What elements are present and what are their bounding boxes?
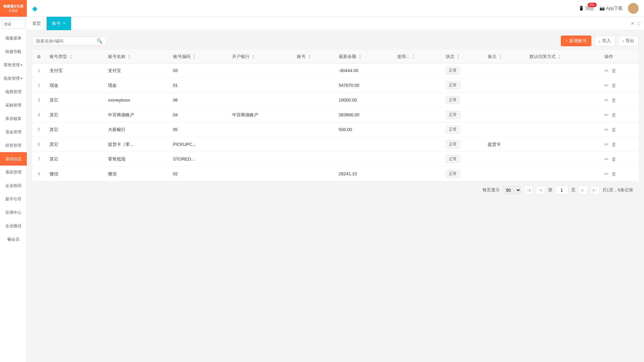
total-info: 共1页，8条记录 xyxy=(602,187,633,193)
edit-icon[interactable]: ✏ xyxy=(604,127,609,133)
col-account-no[interactable]: 账号 ▲▼ xyxy=(293,50,335,63)
table-cell: 正常 xyxy=(442,63,484,78)
delete-icon[interactable]: 🗑 xyxy=(611,171,616,177)
table-cell xyxy=(393,93,442,108)
col-account-name[interactable]: 账号名称 ▲▼ xyxy=(104,50,169,63)
row-number: 1 xyxy=(32,63,46,78)
app-download-button[interactable]: 📷 App下载 xyxy=(599,5,623,11)
logo-sub: 乐惠版 xyxy=(9,9,18,13)
notification-button[interactable]: 📱 消息 99+ xyxy=(579,5,594,11)
table-cell: ✏🗑 xyxy=(600,137,639,152)
sidebar-item-9[interactable]: 基础信息 xyxy=(0,152,27,166)
sidebar-item-7[interactable]: 资金管理 xyxy=(0,125,27,139)
delete-icon[interactable]: 🗑 xyxy=(611,68,616,73)
table-cell: 其它 xyxy=(46,108,104,122)
table-cell xyxy=(484,93,526,108)
toolbar: 🔍 + 新增账号 ↓ 导入 ↑ 导出 xyxy=(32,36,639,46)
action-icons: ✏🗑 xyxy=(604,156,635,162)
action-icons: ✏🗑 xyxy=(604,82,635,88)
tab-close-icon[interactable]: ✕ xyxy=(631,21,635,26)
table-cell xyxy=(393,108,442,122)
delete-icon[interactable]: 🗑 xyxy=(611,97,616,103)
sidebar-item-5[interactable]: 采购管理 xyxy=(0,99,27,112)
search-input[interactable] xyxy=(36,39,95,44)
edit-icon[interactable]: ✏ xyxy=(604,156,609,162)
export-button[interactable]: ↑ 导出 xyxy=(618,36,639,46)
tab-home[interactable]: 首页 xyxy=(27,17,47,30)
table-cell xyxy=(293,152,335,167)
col-account-type[interactable]: 账号类型 ▲▼ xyxy=(46,50,104,63)
tab-maximize-icon[interactable]: □ xyxy=(637,21,640,26)
table-cell xyxy=(293,108,335,122)
sidebar-item-1[interactable]: 快捷导航 xyxy=(0,45,27,58)
col-usage[interactable]: 使用... ▲▼ xyxy=(393,50,442,63)
header-logo-icon: ◆ xyxy=(32,4,37,12)
tab-account-close[interactable]: ✕ xyxy=(63,21,66,25)
import-button[interactable]: ↓ 导入 xyxy=(594,36,615,46)
sidebar-item-2[interactable]: 零售管理▼ xyxy=(0,58,27,72)
sidebar-item-6[interactable]: 库存核算 xyxy=(0,112,27,125)
sidebar-item-13[interactable]: 应用中心 xyxy=(0,206,27,219)
edit-icon[interactable]: ✏ xyxy=(604,112,609,118)
search-box[interactable]: 🔍 xyxy=(32,37,106,45)
page-size-select[interactable]: 50 20 100 xyxy=(502,186,521,194)
last-page-button[interactable]: ▶| xyxy=(590,185,600,195)
page-number-input[interactable] xyxy=(555,185,569,195)
row-number: 5 xyxy=(32,122,46,137)
table-cell xyxy=(526,108,600,122)
prev-page-button[interactable]: ◀ xyxy=(536,185,545,195)
table-cell: 支付宝 xyxy=(46,63,104,78)
table-cell: 正常 xyxy=(442,152,484,167)
sidebar-item-15[interactable]: 畅会员 xyxy=(0,233,27,246)
tab-account[interactable]: 账号 ✕ xyxy=(47,17,71,30)
sidebar-item-0[interactable]: 搜索菜单 xyxy=(0,32,27,45)
content-area: 🔍 + 新增账号 ↓ 导入 ↑ 导出 xyxy=(27,30,644,362)
table-row: 1支付宝支付宝03-90444.00正常✏🗑 xyxy=(32,63,639,78)
next-page-button[interactable]: ▶ xyxy=(578,185,588,195)
table-cell: PICKUPC... xyxy=(169,137,228,152)
table-cell xyxy=(526,78,600,93)
tab-controls: ✕ □ xyxy=(627,17,644,30)
sidebar-item-3[interactable]: 批发管理▼ xyxy=(0,72,27,85)
table-cell xyxy=(393,78,442,93)
edit-icon[interactable]: ✏ xyxy=(604,97,609,103)
export-icon: ↑ xyxy=(622,39,625,44)
delete-icon[interactable]: 🗑 xyxy=(611,112,616,118)
col-status[interactable]: 状态 ▲▼ xyxy=(442,50,484,63)
sidebar-item-10[interactable]: 系统管理 xyxy=(0,166,27,179)
add-account-button[interactable]: + 新增账号 xyxy=(561,36,591,46)
table-cell xyxy=(228,167,293,181)
delete-icon[interactable]: 🗑 xyxy=(611,127,616,132)
col-bank[interactable]: 开户银行 ▲▼ xyxy=(228,50,293,63)
col-settings[interactable]: ⚙ xyxy=(32,50,46,63)
delete-icon[interactable]: 🗑 xyxy=(611,156,616,162)
delete-icon[interactable]: 🗑 xyxy=(611,82,616,88)
edit-icon[interactable]: ✏ xyxy=(604,68,609,74)
table-cell xyxy=(526,93,600,108)
edit-icon[interactable]: ✏ xyxy=(604,82,609,88)
col-default-pay[interactable]: 默认结算方式 ▲▼ xyxy=(526,50,600,63)
edit-icon[interactable]: ✏ xyxy=(604,171,609,177)
sidebar-item-11[interactable]: 企业协同 xyxy=(0,179,27,192)
sidebar-nav: 搜索菜单快捷导航零售管理▼批发管理▼电商管理采购管理库存核算资金管理经营管理基础… xyxy=(0,32,27,246)
sidebar-item-8[interactable]: 经营管理 xyxy=(0,139,27,152)
col-account-code[interactable]: 账号编码 ▲▼ xyxy=(169,50,228,63)
sidebar-item-14[interactable]: 企业微信 xyxy=(0,219,27,233)
user-avatar[interactable] xyxy=(628,3,639,14)
sidebar-item-4[interactable]: 电商管理 xyxy=(0,85,27,99)
col-balance[interactable]: 最新余额 ▲▼ xyxy=(335,50,393,63)
sidebar-search-input[interactable] xyxy=(2,19,25,29)
table-cell xyxy=(335,137,393,152)
table-cell xyxy=(228,137,293,152)
edit-icon[interactable]: ✏ xyxy=(604,141,609,147)
col-remark[interactable]: 备注 ▲▼ xyxy=(484,50,526,63)
table-row: 2现金现金01547670.00正常✏🗑 xyxy=(32,78,639,93)
delete-icon[interactable]: 🗑 xyxy=(611,141,616,147)
table-cell xyxy=(293,78,335,93)
first-page-button[interactable]: |◀ xyxy=(524,185,533,195)
row-number: 7 xyxy=(32,152,46,167)
toolbar-right: + 新增账号 ↓ 导入 ↑ 导出 xyxy=(561,36,639,46)
table-cell: 正常 xyxy=(442,122,484,137)
sidebar-item-12[interactable]: 新手引导 xyxy=(0,192,27,206)
table-cell xyxy=(228,78,293,93)
